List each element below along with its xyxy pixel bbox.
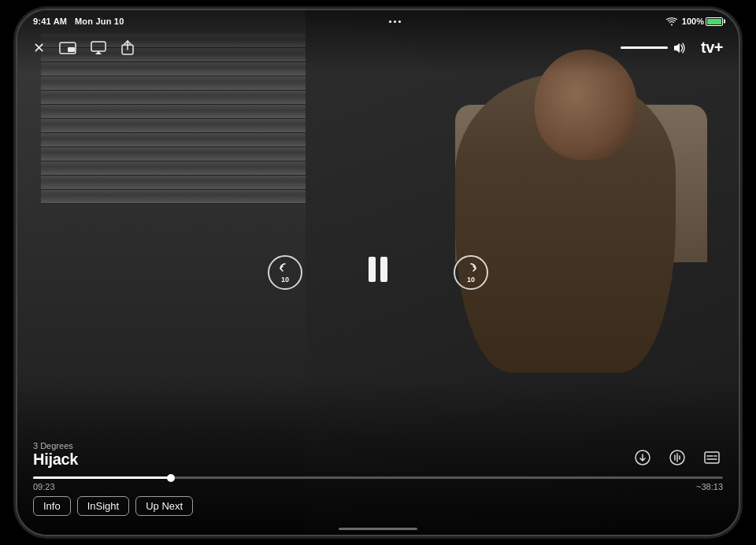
bottom-pill-buttons: Info InSight Up Next [33, 496, 723, 519]
pip-button[interactable] [59, 42, 76, 54]
status-date: Mon Jun 10 [75, 17, 124, 26]
episode-title: Hijack [33, 450, 78, 469]
time-row: 09:23 ~38:13 [33, 482, 723, 491]
status-time-date: 9:41 AM Mon Jun 10 [33, 17, 124, 26]
current-time: 09:23 [33, 482, 55, 491]
dot-3 [398, 20, 401, 23]
top-controls-bar: ✕ [17, 32, 739, 63]
up-next-button[interactable]: Up Next [135, 496, 193, 516]
rewind-label: 10 [281, 276, 289, 284]
battery-icon [706, 17, 723, 26]
svg-rect-8 [705, 452, 719, 463]
pause-button[interactable] [365, 255, 391, 290]
info-button[interactable]: Info [33, 496, 71, 516]
center-playback-controls: 10 10 [268, 255, 488, 290]
pause-icon [365, 255, 391, 284]
remaining-time: ~38:13 [696, 482, 723, 491]
title-and-buttons-row: 3 Degrees Hijack [33, 441, 723, 473]
rewind-button[interactable]: 10 [268, 255, 302, 290]
volume-fill [621, 46, 668, 49]
forward-button[interactable]: 10 [454, 255, 488, 290]
battery-fill [707, 19, 721, 24]
rewind-icon [279, 262, 291, 275]
status-bar: 9:41 AM Mon Jun 10 100% [17, 10, 739, 32]
volume-control[interactable] [621, 42, 687, 54]
status-time: 9:41 AM [33, 17, 67, 26]
dot-2 [394, 20, 396, 23]
airplay-small-button[interactable] [632, 447, 654, 469]
progress-thumb [167, 474, 175, 482]
video-controls-overlay: ✕ [17, 10, 739, 535]
volume-bar [621, 46, 668, 49]
airplay-button[interactable] [91, 41, 106, 55]
svg-rect-1 [68, 47, 75, 52]
forward-icon [465, 262, 477, 275]
close-button[interactable]: ✕ [33, 39, 45, 57]
share-button[interactable] [120, 40, 135, 56]
airplay-icon [91, 41, 106, 55]
home-indicator [339, 528, 417, 530]
pip-icon [59, 42, 76, 54]
wifi-icon [666, 17, 677, 26]
svg-rect-2 [91, 42, 106, 51]
battery-indicator: 100% [682, 17, 723, 26]
series-label: 3 Degrees [33, 441, 78, 450]
status-right-icons: 100% [666, 17, 723, 26]
ipad-device: 9:41 AM Mon Jun 10 100% [16, 9, 740, 536]
bottom-controls-area: 3 Degrees Hijack [17, 441, 739, 535]
battery-percent: 100% [682, 17, 704, 26]
forward-label: 10 [467, 276, 475, 284]
status-center-dots [389, 20, 401, 23]
title-section: 3 Degrees Hijack [33, 441, 78, 469]
apple-tv-logo: tv+ [699, 39, 723, 57]
top-right-area: tv+ [621, 39, 723, 57]
subtitles-icon [703, 449, 721, 466]
tv-plus-text: tv+ [701, 39, 723, 57]
right-icon-controls [632, 447, 723, 469]
share-icon [120, 40, 135, 56]
svg-rect-5 [380, 257, 387, 282]
subtitles-button[interactable] [701, 447, 723, 469]
insight-button[interactable]: InSight [77, 496, 129, 516]
audio-button[interactable] [666, 447, 688, 469]
progress-fill [33, 476, 171, 479]
dot-1 [389, 20, 391, 23]
svg-rect-4 [369, 257, 376, 282]
audio-icon [669, 449, 686, 466]
airplay-small-icon [634, 449, 651, 466]
volume-icon [673, 42, 687, 54]
progress-bar[interactable] [33, 476, 723, 479]
top-left-controls: ✕ [33, 39, 135, 57]
